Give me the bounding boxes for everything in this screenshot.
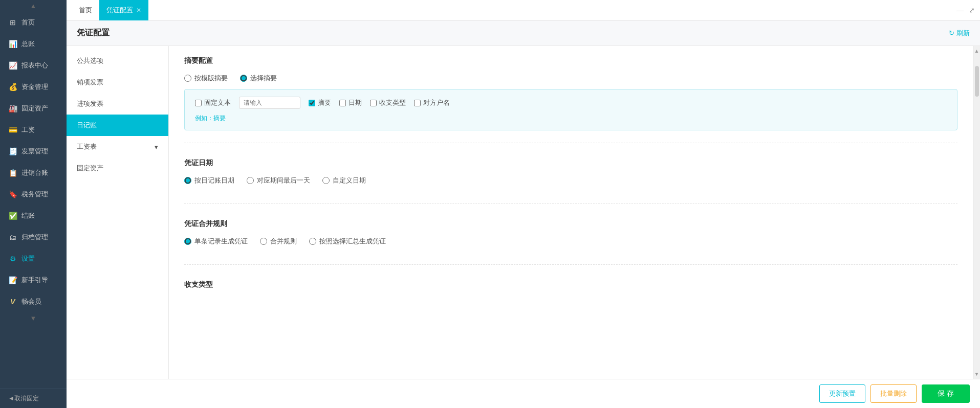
radio-journal-date[interactable]: 按日记账日期 [184, 176, 234, 185]
home-icon: ⊞ [8, 18, 17, 27]
fixed-text-input[interactable] [239, 97, 300, 109]
footer-bar: 更新预置 批量删除 保 存 [67, 379, 980, 408]
tab-bar: 首页 凭证配置 ✕ — ⤢ [67, 0, 980, 20]
guide-icon: 📝 [8, 276, 17, 284]
radio-custom-date-input[interactable] [322, 177, 330, 184]
checkbox-summary-input[interactable] [309, 100, 315, 106]
radio-merge-rule-input[interactable] [260, 238, 267, 245]
radio-select-summary[interactable]: 选择摘要 [240, 74, 277, 83]
sidebar-item-salary[interactable]: 💳 工资 [0, 119, 67, 141]
page-title: 凭证配置 [77, 28, 110, 38]
radio-last-day-input[interactable] [247, 177, 254, 184]
checkbox-fixed-text[interactable]: 固定文本 [195, 98, 231, 107]
refresh-icon: ↻ [949, 29, 954, 37]
save-button[interactable]: 保 存 [922, 384, 970, 403]
sidebar-item-reports[interactable]: 📈 报表中心 [0, 55, 67, 76]
sub-sidebar-item-public[interactable]: 公共选项 [67, 50, 168, 72]
ledger-icon: 📊 [8, 40, 17, 48]
vip-icon: V [8, 298, 17, 306]
checkbox-summary[interactable]: 摘要 [309, 98, 331, 107]
tab-voucher[interactable]: 凭证配置 ✕ [99, 0, 148, 20]
summary-options-box: 固定文本 摘要 日期 [184, 89, 957, 130]
reports-icon: 📈 [8, 61, 17, 70]
sub-sidebar-item-payroll[interactable]: 工资表 ▾ [67, 136, 168, 157]
sub-sidebar-item-journal[interactable]: 日记账 [67, 115, 168, 136]
payroll-expand-icon: ▾ [155, 143, 158, 151]
sub-sidebar-item-purchase-invoice[interactable]: 进项发票 [67, 93, 168, 115]
invoice-icon: 🧾 [8, 147, 17, 155]
section-merge: 凭证合并规则 单条记录生成凭证 合并规则 [184, 219, 957, 265]
inner-layout: 公共选项 销项发票 进项发票 日记账 工资表 ▾ 固定资产 [67, 46, 980, 379]
section-merge-title: 凭证合并规则 [184, 219, 957, 229]
close-tab-voucher[interactable]: ✕ [136, 7, 141, 14]
checkbox-counterpart-name[interactable]: 对方户名 [414, 98, 450, 107]
section-date-title: 凭证日期 [184, 158, 957, 168]
checkbox-counterpart-name-input[interactable] [414, 100, 421, 106]
radio-journal-date-input[interactable] [184, 177, 191, 184]
radio-summary-generate-input[interactable] [309, 238, 316, 245]
radio-last-day[interactable]: 对应期间最后一天 [247, 176, 310, 185]
sidebar-scroll-down[interactable]: ▼ [0, 312, 67, 324]
sub-sidebar: 公共选项 销项发票 进项发票 日记账 工资表 ▾ 固定资产 [67, 46, 169, 379]
archive-icon: 🗂 [8, 233, 17, 241]
sidebar-item-vip[interactable]: V 畅会员 [0, 291, 67, 312]
checkbox-income-type-input[interactable] [370, 100, 377, 106]
radio-summary-generate[interactable]: 按照选择汇总生成凭证 [309, 237, 386, 246]
trade-icon: 📋 [8, 169, 17, 177]
content-area: 凭证配置 ↻ 刷新 公共选项 销项发票 进项发票 日记账 [67, 20, 980, 408]
sidebar-item-guide[interactable]: 📝 新手引导 [0, 269, 67, 291]
page-header: 凭证配置 ↻ 刷新 [67, 20, 980, 46]
section-date: 凭证日期 按日记账日期 对应期间最后一天 [184, 158, 957, 204]
sidebar-item-home[interactable]: ⊞ 首页 [0, 12, 67, 33]
checkbox-date-input[interactable] [339, 100, 346, 106]
sidebar-item-trade[interactable]: 📋 进销台账 [0, 162, 67, 184]
assets-icon: 🏭 [8, 104, 17, 112]
refresh-button[interactable]: ↻ 刷新 [949, 29, 970, 38]
summary-radio-group: 按模版摘要 选择摘要 [184, 74, 957, 83]
maximize-icon[interactable]: ⤢ [969, 6, 975, 14]
checkbox-income-type[interactable]: 收支类型 [370, 98, 406, 107]
radio-single[interactable]: 单条记录生成凭证 [184, 237, 248, 246]
radio-custom-date[interactable]: 自定义日期 [322, 176, 366, 185]
merge-radio-group: 单条记录生成凭证 合并规则 按照选择汇总生成凭证 [184, 237, 957, 246]
radio-template-summary[interactable]: 按模版摘要 [184, 74, 228, 83]
update-preview-button[interactable]: 更新预置 [819, 384, 865, 403]
checkout-icon: ✅ [8, 212, 17, 220]
sidebar-item-archive[interactable]: 🗂 归档管理 [0, 226, 67, 248]
section-summary-title: 摘要配置 [184, 56, 957, 65]
sidebar: ▲ ⊞ 首页 📊 总账 📈 报表中心 💰 资金管理 🏭 固定资产 💳 工资 🧾 … [0, 0, 67, 408]
scroll-up-arrow[interactable]: ▲ [972, 46, 980, 56]
checkbox-date[interactable]: 日期 [339, 98, 362, 107]
sub-sidebar-item-fixed-assets[interactable]: 固定资产 [67, 157, 168, 179]
sidebar-item-tax[interactable]: 🔖 税务管理 [0, 184, 67, 205]
scroll-down-arrow[interactable]: ▼ [972, 369, 980, 379]
radio-select-summary-input[interactable] [240, 75, 247, 82]
sidebar-item-funds[interactable]: 💰 资金管理 [0, 76, 67, 98]
scrollbar-right[interactable]: ▲ ▼ [973, 46, 980, 379]
section-summary: 摘要配置 按模版摘要 选择摘要 [184, 56, 957, 143]
section-income-expense: 收支类型 [184, 280, 957, 310]
sidebar-item-assets[interactable]: 🏭 固定资产 [0, 98, 67, 119]
sidebar-item-settings[interactable]: ⚙ 设置 [0, 248, 67, 269]
scroll-thumb[interactable] [975, 66, 979, 97]
right-content: 摘要配置 按模版摘要 选择摘要 [169, 46, 973, 379]
batch-delete-button[interactable]: 批量删除 [870, 384, 917, 403]
sidebar-item-checkout[interactable]: ✅ 结账 [0, 205, 67, 226]
radio-single-input[interactable] [184, 238, 191, 245]
main-area: 首页 凭证配置 ✕ — ⤢ 凭证配置 ↻ 刷新 公共选项 [67, 0, 980, 408]
tab-home[interactable]: 首页 [72, 0, 99, 20]
funds-icon: 💰 [8, 83, 17, 91]
sidebar-scroll-up[interactable]: ▲ [0, 0, 67, 12]
radio-merge-rule[interactable]: 合并规则 [260, 237, 297, 246]
salary-icon: 💳 [8, 126, 17, 134]
tax-icon: 🔖 [8, 190, 17, 198]
tab-bar-icons: — ⤢ [956, 6, 975, 14]
minimize-icon[interactable]: — [956, 6, 964, 14]
sidebar-item-ledger[interactable]: 📊 总账 [0, 33, 67, 55]
sidebar-unpin-button[interactable]: ◄取消固定 [0, 389, 67, 408]
radio-template-summary-input[interactable] [184, 75, 191, 82]
sub-sidebar-item-sales-invoice[interactable]: 销项发票 [67, 72, 168, 93]
checkbox-fixed-text-input[interactable] [195, 100, 202, 106]
sidebar-item-invoice[interactable]: 🧾 发票管理 [0, 141, 67, 162]
summary-checkboxes-row: 固定文本 摘要 日期 [195, 97, 947, 109]
